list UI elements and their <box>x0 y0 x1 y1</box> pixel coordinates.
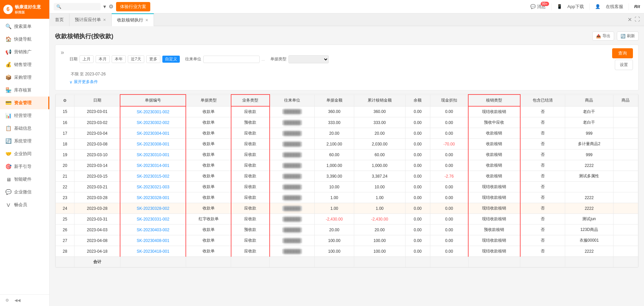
cell-include_cleared: 否 <box>520 182 565 192</box>
doc-no-link[interactable]: SK-20230302-002 <box>137 120 169 125</box>
doc-no-link[interactable]: SK-20230301-002 <box>137 110 169 114</box>
cell-biz_type: 应收款 <box>231 246 270 257</box>
cell-doc_no[interactable]: SK-20230331-002 <box>120 214 186 225</box>
cell-doc_no[interactable]: SK-20230302-002 <box>120 117 186 128</box>
sidebar-item-inventory[interactable]: 🏪 库存核算 <box>0 84 49 97</box>
cell-biz_type: 应收款 <box>231 160 270 171</box>
topbar-settings-icon[interactable]: ▾ <box>103 3 106 10</box>
sidebar-item-purchase[interactable]: 📦 采购管理 <box>0 71 49 84</box>
cell-no: 17 <box>56 128 74 139</box>
settings-icon[interactable]: ⚙ <box>5 298 9 303</box>
date-more[interactable]: 更多 <box>146 55 160 63</box>
query-button[interactable]: 查询 <box>612 48 633 58</box>
tab-home[interactable]: 首页 <box>50 13 69 26</box>
doctype-select[interactable] <box>288 55 329 63</box>
tab-verify[interactable]: 收款核销执行✕ <box>112 13 154 26</box>
online-service-link[interactable]: 在线客服 <box>606 4 623 10</box>
cell-doc_no[interactable]: SK-20230301-002 <box>120 106 186 117</box>
cell-no: 19 <box>56 149 74 160</box>
tab-close-receivable[interactable]: ✕ <box>103 13 106 26</box>
sidebar-item-basic[interactable]: 📋 基础信息 <box>0 122 49 135</box>
doc-no-link[interactable]: SK-20230331-002 <box>137 217 169 222</box>
sidebar-item-quick-nav[interactable]: 🏠 快捷导航 <box>0 33 49 46</box>
sidebar-item-search[interactable]: 🔍 搜索菜单 <box>0 20 49 33</box>
sidebar-item-hardware[interactable]: 🖥 智能硬件 <box>0 173 49 186</box>
cell-doc_no[interactable]: SK-20230310-001 <box>120 149 186 160</box>
sidebar-item-marketing[interactable]: 📢 营销推广 <box>0 46 49 58</box>
cell-doc_no[interactable]: SK-20230418-001 <box>120 246 186 257</box>
doc-no-link[interactable]: SK-20230328-001 <box>137 195 169 200</box>
notification-area[interactable]: 💬 消息 99+ <box>530 4 546 10</box>
tab-receivable[interactable]: 预计应应付单✕ <box>69 13 112 26</box>
sidebar-item-member[interactable]: V 畅会员 <box>0 198 49 211</box>
date-this-month[interactable]: 本月 <box>96 55 110 63</box>
sidebar-item-operation[interactable]: 📊 经营管理 <box>0 109 49 122</box>
doc-no-link[interactable]: SK-20230403-002 <box>137 228 169 232</box>
collapse-icon[interactable]: ◀◀ <box>14 298 20 303</box>
notification-badge: 99+ <box>541 2 549 6</box>
export-button[interactable]: 📤 导出 <box>592 32 614 41</box>
date-range-text: 不限 至 2023-07-26 <box>71 72 106 76</box>
tab-close-verify[interactable]: ✕ <box>145 14 148 26</box>
hardware-label: 智能硬件 <box>14 176 32 182</box>
cell-biz_type: 应收款 <box>231 106 270 117</box>
cell-discount: 0.00 <box>430 117 468 128</box>
sidebar-item-finance[interactable]: 💳 资金管理 <box>0 97 49 109</box>
filter-expand-icon[interactable]: » <box>61 48 64 56</box>
sidebar-bottom: ⚙ ◀◀ <box>0 294 49 306</box>
refresh-button[interactable]: 🔄 刷新 <box>617 32 639 41</box>
cell-doc_no[interactable]: SK-20230321-003 <box>120 182 186 192</box>
cell-balance: 0.00 <box>405 182 430 192</box>
settings-button[interactable]: 设置 <box>615 60 633 70</box>
date-this-year[interactable]: 本年 <box>112 55 126 63</box>
date-7days[interactable]: 近7天 <box>128 55 144 63</box>
footer-cell-doc_no <box>120 257 186 267</box>
solution-button[interactable]: 体验行业方案 <box>116 2 150 11</box>
cell-counterparty: ██████ <box>270 246 315 257</box>
doc-no-link[interactable]: SK-20230308-001 <box>137 142 169 146</box>
col-header-doc_no: 单据编号 <box>120 95 186 106</box>
cell-doc_no[interactable]: SK-20230408-001 <box>120 235 186 246</box>
fullscreen-icon[interactable]: ⛶ <box>635 16 640 23</box>
sidebar-item-wechat[interactable]: 💬 企业微信 <box>0 186 49 198</box>
doc-no-link[interactable]: SK-20230310-001 <box>137 152 169 157</box>
sidebar-item-enterprise[interactable]: 🤝 企业协同 <box>0 147 49 160</box>
date-last-month[interactable]: 上月 <box>79 55 94 63</box>
filter-bar: » 日期 上月 本月 本年 近7天 更多 自定义 往来单位 <box>55 45 639 90</box>
date-custom[interactable]: 自定义 <box>162 56 180 63</box>
doc-no-link[interactable]: SK-20230315-002 <box>137 174 169 179</box>
app-download-link[interactable]: App下载 <box>568 4 584 10</box>
gear-icon[interactable]: ⚙ <box>109 3 113 10</box>
filter-content: 日期 上月 本月 本年 近7天 更多 自定义 往来单位 ... <box>69 48 633 87</box>
topbar-left: 🔍 ▾ ⚙ 体验行业方案 <box>54 2 528 11</box>
close-all-icon[interactable]: ✕ <box>628 16 632 23</box>
doc-no-link[interactable]: SK-20230418-001 <box>137 249 169 254</box>
cell-doc_no[interactable]: SK-20230314-001 <box>120 160 186 171</box>
wechat-label: 企业微信 <box>14 189 32 195</box>
expand-more-btn[interactable]: ∨ 展开更多条件 <box>69 79 633 85</box>
finance-label: 资金管理 <box>14 100 32 106</box>
cell-doc_no[interactable]: SK-20230403-002 <box>120 225 186 235</box>
cell-verify_type: 现结收款核销 <box>468 192 520 203</box>
doc-no-link[interactable]: SK-20230304-001 <box>137 131 169 136</box>
footer-cell-cash_discount <box>430 257 468 267</box>
cell-product: 测试多属性 <box>565 171 613 182</box>
filter-row-1: 日期 上月 本月 本年 近7天 更多 自定义 往来单位 ... <box>69 48 633 70</box>
sidebar-item-guide[interactable]: 🎯 新手引导 <box>0 160 49 173</box>
doc-no-link[interactable]: SK-20230408-001 <box>137 238 169 243</box>
doc-no-link[interactable]: SK-20230314-001 <box>137 163 169 168</box>
cell-doc_no[interactable]: SK-20230304-001 <box>120 128 186 139</box>
cell-doc_no[interactable]: SK-20230328-001 <box>120 192 186 203</box>
doc-no-link[interactable]: SK-20230321-003 <box>137 185 169 189</box>
doc-no-link[interactable]: SK-20230328-002 <box>137 206 169 211</box>
doctype-filter: 单据类型 <box>270 55 329 63</box>
counterparty-input[interactable] <box>203 56 260 63</box>
cell-doc_no[interactable]: SK-20230328-002 <box>120 203 186 214</box>
sidebar-item-system[interactable]: 🔄 系统管理 <box>0 135 49 147</box>
cell-doc_no[interactable]: SK-20230308-001 <box>120 139 186 149</box>
cell-doc_no[interactable]: SK-20230315-002 <box>120 171 186 182</box>
sidebar-item-sales[interactable]: 💰 销售管理 <box>0 58 49 71</box>
cell-balance: 0.00 <box>405 117 430 128</box>
cell-biz_type: 应收款 <box>231 128 270 139</box>
finance-icon: 💳 <box>5 100 11 106</box>
